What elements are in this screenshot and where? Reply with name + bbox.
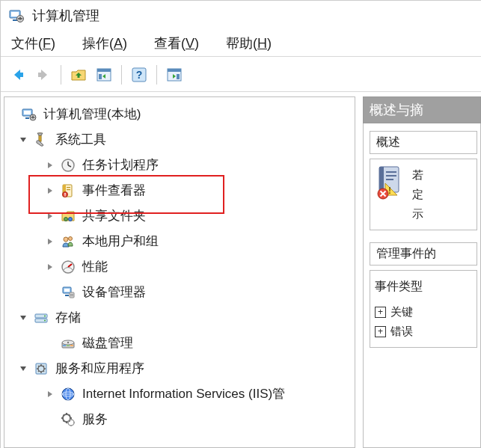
expander-icon[interactable]: [19, 136, 31, 144]
tree-label: 计算机管理(本地): [42, 102, 142, 126]
menu-view-post: ): [194, 36, 199, 51]
svg-rect-14: [177, 74, 180, 79]
admin-events-panel-title: 管理事件的: [370, 242, 477, 266]
overview-panel-title: 概述: [370, 131, 477, 154]
tree-item-event-viewer[interactable]: 事件查看器: [6, 178, 353, 203]
expander-icon[interactable]: [19, 314, 31, 322]
menu-file[interactable]: 文件(F): [8, 33, 58, 54]
svg-rect-17: [24, 111, 31, 114]
svg-rect-53: [70, 345, 73, 346]
tree-item-shared-folders[interactable]: 共享文件夹: [6, 203, 353, 229]
svg-rect-39: [64, 289, 70, 292]
tree-pane: 计算机管理(本地) 系统工具: [4, 96, 355, 448]
svg-point-61: [68, 420, 74, 426]
right-pane-title: 概述与摘: [370, 101, 423, 119]
menu-view[interactable]: 查看(V): [151, 33, 202, 54]
toolbar-separator-3: [156, 65, 157, 85]
tools-icon: [33, 132, 49, 148]
app-icon: [8, 7, 25, 24]
up-folder-button[interactable]: [67, 64, 90, 86]
tree-item-storage[interactable]: 存储: [6, 305, 353, 331]
svg-rect-64: [386, 171, 396, 173]
tree-item-task-scheduler[interactable]: 任务计划程序: [6, 153, 353, 178]
tree-label: 事件查看器: [81, 179, 147, 203]
tree-label: 性能: [81, 255, 109, 279]
svg-point-46: [44, 316, 46, 317]
svg-point-50: [67, 342, 69, 343]
storage-icon: [33, 310, 49, 326]
overview-line-1: 若: [412, 165, 423, 185]
svg-rect-1: [11, 12, 19, 16]
services-icon: [60, 411, 76, 428]
show-hide-tree-button[interactable]: [93, 64, 115, 86]
svg-rect-5: [18, 18, 22, 19]
expander-icon[interactable]: [19, 365, 31, 372]
tree-item-iis[interactable]: Internet Information Services (IIS)管: [6, 381, 353, 407]
disk-management-icon: [60, 335, 76, 352]
right-pane: 概述与摘 概述 !: [363, 96, 481, 448]
expander-icon[interactable]: [46, 263, 58, 271]
tree-item-device-manager[interactable]: 设备管理器: [6, 280, 353, 305]
svg-rect-42: [70, 294, 73, 295]
event-critical-row[interactable]: + 关键: [375, 302, 472, 322]
action-pane-button[interactable]: [163, 64, 186, 86]
plus-icon[interactable]: +: [375, 326, 386, 337]
shared-folders-icon: [60, 208, 76, 224]
svg-point-34: [69, 218, 73, 221]
event-error-label: 错误: [390, 322, 413, 341]
clock-icon: [60, 157, 76, 174]
menu-help-hotkey: H: [257, 36, 267, 51]
svg-rect-7: [97, 69, 111, 72]
plus-icon[interactable]: +: [375, 307, 386, 318]
expander-icon[interactable]: [46, 390, 58, 398]
overview-panel-body: ! 若 定 示: [370, 159, 477, 230]
svg-rect-31: [64, 193, 65, 195]
window-title: 计算机管理: [32, 7, 99, 25]
tree-label: 服务: [81, 408, 109, 432]
tree-label: 设备管理器: [81, 280, 147, 304]
svg-rect-13: [168, 69, 181, 72]
event-error-row[interactable]: + 错误: [375, 322, 472, 341]
svg-rect-8: [99, 74, 102, 79]
users-icon: [60, 233, 76, 250]
tree-item-disk-management[interactable]: 磁盘管理: [6, 331, 353, 356]
forward-button[interactable]: [32, 64, 55, 86]
svg-rect-18: [25, 117, 29, 119]
tree-item-services-apps[interactable]: 服务和应用程序: [6, 356, 353, 381]
svg-point-35: [64, 237, 68, 242]
expander-icon[interactable]: [46, 212, 58, 220]
console-tree[interactable]: 计算机管理(本地) 系统工具: [4, 97, 355, 437]
expander-icon[interactable]: [46, 238, 58, 245]
svg-rect-51: [63, 345, 66, 346]
tree-item-services[interactable]: 服务: [6, 407, 353, 432]
svg-rect-40: [65, 295, 69, 296]
svg-rect-2: [13, 19, 17, 21]
event-viewer-icon: [60, 182, 76, 199]
book-warning-icon: !: [375, 165, 405, 224]
iis-icon: [60, 386, 76, 402]
expander-icon[interactable]: [46, 187, 58, 194]
tree-label: Internet Information Services (IIS)管: [81, 382, 287, 406]
menu-help[interactable]: 帮助(H): [223, 33, 275, 54]
tree-item-local-users[interactable]: 本地用户和组: [6, 229, 353, 254]
tree-item-performance[interactable]: 性能: [6, 254, 353, 280]
tree-label: 磁盘管理: [81, 331, 135, 355]
title-bar: 计算机管理: [1, 1, 481, 31]
overview-line-2: 定: [412, 185, 423, 204]
computer-management-icon: [21, 106, 37, 123]
tree-label: 服务和应用程序: [54, 357, 146, 381]
menu-file-hotkey: F: [43, 36, 51, 51]
menu-action-post: ): [123, 36, 127, 51]
svg-rect-29: [67, 189, 70, 190]
back-button[interactable]: [7, 64, 29, 86]
admin-events-panel-body: 事件类型 + 关键 + 错误: [370, 270, 477, 348]
menu-bar: 文件(F) 操作(A) 查看(V) 帮助(H): [1, 31, 481, 56]
menu-help-post: ): [267, 36, 272, 51]
tree-item-system-tools[interactable]: 系统工具: [6, 127, 353, 153]
tree-item-computer-management[interactable]: 计算机管理(本地): [6, 102, 353, 127]
menu-action[interactable]: 操作(A): [79, 33, 130, 54]
help-button[interactable]: ?: [128, 64, 150, 86]
menu-help-pre: 帮助(: [226, 36, 257, 51]
toolbar-separator-1: [61, 65, 61, 85]
expander-icon[interactable]: [46, 162, 58, 169]
